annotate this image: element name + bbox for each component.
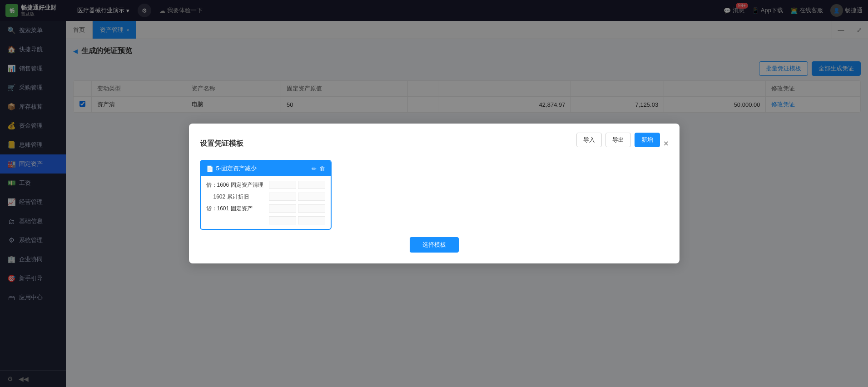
modal-close-button[interactable]: ×: [664, 139, 669, 149]
template-title: 5-固定资产减少: [216, 164, 257, 173]
cell-credit-4: [298, 216, 325, 224]
voucher-template-modal: 设置凭证模板 导入 导出 新增 × 📄 5-固定资产减少: [189, 124, 680, 263]
template-card-body: 借：1606 固定资产清理 1602 累计折旧: [201, 176, 331, 229]
template-row-2: 1602 累计折旧: [206, 191, 325, 203]
template-row-label-3: 贷：1601 固定资产: [206, 205, 253, 213]
select-template-button[interactable]: 选择模板: [410, 237, 459, 253]
cell-debit-2: [269, 193, 296, 201]
template-delete-icon[interactable]: 🗑: [319, 165, 325, 172]
cell-credit-3: [298, 204, 325, 213]
template-row-1: 借：1606 固定资产清理: [206, 179, 325, 191]
cell-credit-1: [298, 181, 325, 189]
template-edit-icon[interactable]: ✏: [312, 165, 317, 172]
cell-debit-4: [269, 216, 296, 224]
template-card-header: 📄 5-固定资产减少 ✏ 🗑: [201, 161, 331, 176]
export-button[interactable]: 导出: [605, 133, 631, 147]
import-button[interactable]: 导入: [576, 133, 602, 147]
new-template-button[interactable]: 新增: [635, 133, 660, 147]
cell-debit-3: [269, 204, 296, 213]
cell-credit-2: [298, 193, 325, 201]
template-doc-icon: 📄: [206, 165, 213, 172]
template-row-4: [206, 214, 325, 226]
modal-toolbar: 导入 导出 新增: [576, 133, 660, 147]
modal-header: 设置凭证模板 导入 导出 新增 ×: [189, 124, 680, 160]
template-row-3: 贷：1601 固定资产: [206, 203, 325, 214]
modal-overlay: 设置凭证模板 导入 导出 新增 × 📄 5-固定资产减少: [0, 0, 868, 387]
cell-debit-1: [269, 181, 296, 189]
modal-title: 设置凭证模板: [200, 139, 243, 149]
template-row-label-2: 1602 累计折旧: [213, 193, 249, 201]
modal-body: 📄 5-固定资产减少 ✏ 🗑 借：1606 固定资产清理: [189, 160, 680, 263]
template-row-label-1: 借：1606 固定资产清理: [206, 181, 263, 189]
template-card: 📄 5-固定资产减少 ✏ 🗑 借：1606 固定资产清理: [200, 160, 332, 230]
